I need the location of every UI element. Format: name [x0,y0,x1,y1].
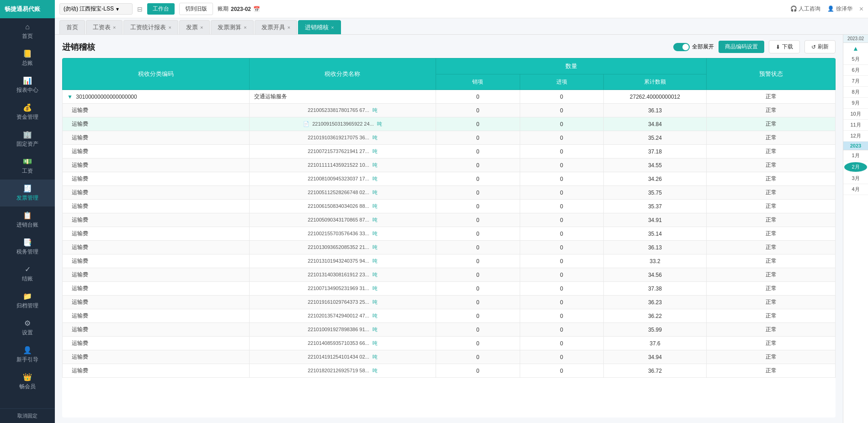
sidebar-item-guide[interactable]: 👤新手引导 [0,341,55,368]
item-name-cell: 运输费 [63,227,250,241]
sidebar-item-ledger[interactable]: 📒总账 [0,45,55,72]
tab-invoice-calc[interactable]: 发票测算 × [211,20,253,34]
copy-icon: ⊟ [137,5,143,13]
tax-code-full-cell: 221019161029764373 25... 吨 [249,296,436,309]
tax-code-full-cell: 221011111435921522 10... 吨 [249,159,436,172]
calendar-panel: 2023.02 ▲ 5月 6月 7月 8月 9月 10月 11月 12月 202… [843,35,868,423]
collapse-icon[interactable]: ▼ [67,94,73,100]
invoice-icon: 🧾 [23,184,32,193]
sidebar-item-assets[interactable]: 🏢固定资产 [0,126,55,153]
item-name-cell: 运输费 [63,186,250,200]
file-icon: 📄 [303,121,309,127]
cal-month-2[interactable]: 2月 [844,162,867,172]
purchase-cell: 0 [520,145,603,159]
sidebar-item-reports[interactable]: 📊报表中心 [0,72,55,99]
status-cell: 正常 [707,131,836,145]
tab-close-icon[interactable]: × [200,25,203,30]
sidebar-item-tax[interactable]: 📑税务管理 [0,233,55,260]
download-button[interactable]: ⬇ 下载 [769,40,800,53]
tab-close-icon[interactable]: × [331,25,334,30]
cal-up-icon[interactable]: ▲ [843,43,868,54]
support-button[interactable]: 🎧 人工咨询 [790,5,820,13]
status-cell: 正常 [707,296,836,309]
assets-icon: 🏢 [23,130,32,139]
cumulative-cell: 35.14 [603,227,706,241]
cumulative-cell: 36.13 [603,241,706,254]
refresh-button[interactable]: ↺ 刷新 [804,40,836,53]
user-avatar[interactable]: 👤 徐泽华 [827,5,852,13]
col-quantity-group: 数量 [436,58,707,74]
tab-close-icon[interactable]: × [288,25,290,30]
status-cell: 正常 [707,364,836,378]
sales-cell: 0 [436,254,520,268]
table-row: 运输费 221013093652085352 21... 吨 0 0 36.13… [63,241,836,254]
cal-month-10[interactable]: 10月 [843,109,868,120]
status-cell: 正常 [707,350,836,364]
sidebar-item-sales[interactable]: 📋进销台账 [0,206,55,233]
sidebar-item-member[interactable]: 👑畅会员 [0,368,55,395]
avatar-icon: 👤 [827,5,834,12]
salary-icon: 💵 [23,157,32,166]
sales-cell: 0 [436,90,520,104]
checkout-icon: ✓ [25,265,31,274]
tab-invoice[interactable]: 发票 × [179,20,210,34]
cal-month-7[interactable]: 7月 [843,76,868,87]
unit-label: 吨 [373,217,378,222]
col-cumulative: 累计数额 [603,74,706,90]
product-code-settings-button[interactable]: 商品编码设置 [719,41,764,53]
expand-toggle[interactable]: 全部展开 [673,43,714,51]
cumulative-cell: 35.75 [603,186,706,200]
table-row: 运输费 221014191254101434 02... 吨 0 0 34.94… [63,350,836,364]
item-name-cell: 运输费 [63,159,250,172]
tab-invoice-issue[interactable]: 发票开具 × [255,20,297,34]
sidebar-item-salary[interactable]: 💵工资 [0,153,55,180]
sales-cell: 0 [436,213,520,227]
unit-label: 吨 [373,135,378,140]
cal-month-5[interactable]: 5月 [843,54,868,65]
col-purchase: 进项 [520,74,603,90]
tab-payroll-report[interactable]: 工资统计报表 × [123,20,178,34]
item-name-cell: 运输费 [63,254,250,268]
cal-month-11[interactable]: 11月 [843,120,868,131]
company-selector[interactable]: (勿动) 江西报宝-LSS ▾ [59,3,133,15]
sidebar-item-label: 报表中心 [16,86,38,94]
tab-payroll[interactable]: 工资表 × [86,20,122,34]
cal-month-3[interactable]: 3月 [843,173,868,184]
cal-month-9[interactable]: 9月 [843,98,868,109]
cal-month-4[interactable]: 4月 [843,184,868,195]
sidebar-item-checkout[interactable]: ✓结账 [0,260,55,287]
data-table: 税收分类编码 税收分类名称 数量 预警状态 销项 进项 累计数额 [62,58,836,378]
tab-close-icon[interactable]: × [168,25,171,30]
tab-close-icon[interactable]: × [244,25,246,30]
tax-code-full-cell: 221020135742940012 47... 吨 [249,309,436,323]
tab-purchase-sales[interactable]: 进销稽核 × [298,20,341,34]
close-icon[interactable]: × [859,5,863,13]
status-cell: 正常 [707,172,836,186]
cal-month-1[interactable]: 1月 [843,150,868,161]
sidebar-item-invoice[interactable]: 🧾发票管理 [0,180,55,206]
toggle-switch[interactable] [673,43,690,51]
tab-home[interactable]: 首页 [59,20,85,34]
item-name-cell: 运输费 [63,282,250,296]
sidebar-item-settings[interactable]: ⚙设置 [0,314,55,341]
tab-close-icon[interactable]: × [113,25,116,30]
sidebar-item-archive[interactable]: 📁归档管理 [0,287,55,314]
status-cell: 正常 [707,90,836,104]
ledger-icon: 📒 [23,49,32,58]
cal-month-6[interactable]: 6月 [843,65,868,76]
sidebar-item-funds[interactable]: 💰资金管理 [0,99,55,126]
unpin-button[interactable]: 取消固定 [0,408,55,423]
tax-code-full-cell: 221005233817801765 67... 吨 [249,104,436,117]
cumulative-cell: 34.56 [603,268,706,282]
period-selector[interactable]: 账期 2023-02 📅 [218,5,260,13]
switch-version-button[interactable]: 切到旧版 [179,3,213,15]
sales-cell: 0 [436,145,520,159]
cal-month-8[interactable]: 8月 [843,87,868,98]
sales-cell: 0 [436,117,520,131]
unit-label: 吨 [373,244,378,250]
workspace-button[interactable]: 工作台 [147,3,175,15]
table-row: 运输费 221014085935710353 66... 吨 0 0 37.6 … [63,337,836,350]
sales-cell: 0 [436,172,520,186]
sidebar-item-home[interactable]: ⌂首页 [0,18,55,45]
cal-month-12[interactable]: 12月 [843,131,868,142]
